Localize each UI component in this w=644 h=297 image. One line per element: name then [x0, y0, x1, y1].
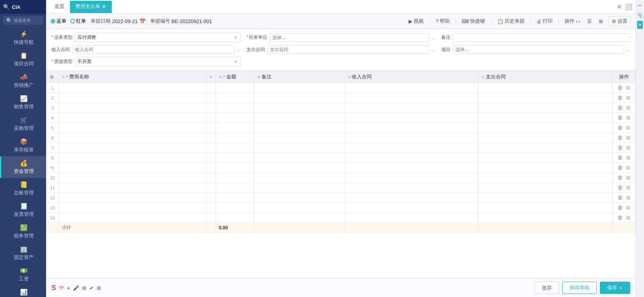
video-btn[interactable]: ▶ 视频: [407, 17, 425, 25]
cell-note[interactable]: [254, 213, 344, 223]
cell-expense-contract[interactable]: [478, 153, 613, 163]
expense-sort-icon[interactable]: ⇅: [482, 75, 485, 79]
sidebar-item-sales[interactable]: 📈 销售管理: [0, 92, 46, 113]
biz-type-select[interactable]: 应付调整 ▼: [75, 33, 240, 42]
right-teal-icon[interactable]: ≡: [637, 21, 643, 29]
row-delete-btn[interactable]: 🗑: [616, 144, 624, 151]
save-button[interactable]: 保存 ∨: [600, 282, 630, 294]
row-delete-btn[interactable]: 🗑: [616, 194, 624, 201]
cell-expense-contract[interactable]: [478, 183, 613, 193]
cell-income-contract[interactable]: [344, 183, 478, 193]
sidebar-item-inventory[interactable]: 📦 库存核算: [0, 135, 46, 156]
right-clip-icon[interactable]: 📎: [636, 11, 644, 19]
row-copy-btn[interactable]: ⧉: [625, 154, 631, 161]
cell-amount[interactable]: [215, 93, 254, 103]
grid2-icon[interactable]: ⊞: [97, 285, 101, 291]
cell-amount[interactable]: [215, 113, 254, 123]
cell-income-contract[interactable]: [344, 163, 478, 173]
row-delete-btn[interactable]: 🗑: [616, 114, 624, 121]
sidebar-item-marketing[interactable]: 📣 营销推广: [0, 70, 46, 92]
cell-income-contract[interactable]: [344, 173, 478, 183]
tab-expense-close[interactable]: ✕: [102, 4, 106, 9]
sidebar-search[interactable]: 🔍 搜索菜单: [3, 16, 43, 25]
cell-note[interactable]: [254, 103, 344, 113]
check-icon[interactable]: ✔: [89, 285, 94, 291]
help-btn[interactable]: ? 帮助: [434, 17, 451, 25]
row-delete-btn[interactable]: 🗑: [616, 154, 624, 161]
row-delete-btn[interactable]: 🗑: [616, 105, 624, 111]
sidebar-item-quick-nav[interactable]: ⚡ 快捷导航: [0, 27, 46, 49]
project-ellipsis[interactable]: ...: [626, 47, 630, 52]
sidebar-item-procurement[interactable]: 🛒 采购管理: [0, 113, 46, 135]
row-delete-btn[interactable]: 🗑: [616, 204, 624, 211]
sidebar-item-payroll[interactable]: 💵 工资: [0, 264, 46, 285]
cell-income-contract[interactable]: [344, 103, 478, 113]
row-copy-btn[interactable]: ⧉: [625, 194, 631, 201]
row-copy-btn[interactable]: ⧉: [625, 114, 631, 121]
cell-note[interactable]: [254, 143, 344, 153]
cell-amount[interactable]: [215, 173, 254, 183]
row-copy-btn[interactable]: ⧉: [625, 144, 631, 151]
partner-input[interactable]: [270, 33, 429, 42]
row-copy-btn[interactable]: ⧉: [625, 174, 631, 181]
cell-expense-contract[interactable]: [478, 123, 613, 133]
row-copy-btn[interactable]: ⧉: [625, 124, 631, 131]
cell-income-contract[interactable]: [344, 143, 478, 153]
actions-btn[interactable]: 操作 ‹ ›: [563, 17, 582, 25]
row-delete-btn[interactable]: 🗑: [616, 95, 624, 101]
cell-note[interactable]: [254, 83, 344, 93]
row-delete-btn[interactable]: 🗑: [616, 164, 624, 171]
cell-income-contract[interactable]: [344, 93, 478, 103]
cell-amount[interactable]: [215, 183, 254, 193]
project-input[interactable]: [453, 45, 624, 54]
s-icon[interactable]: S: [51, 284, 56, 292]
row-delete-btn[interactable]: 🗑: [616, 124, 624, 131]
row-copy-btn[interactable]: ⧉: [625, 214, 631, 221]
cell-note[interactable]: [254, 133, 344, 143]
sort-arrows-icon[interactable]: ⇅: [209, 75, 212, 79]
save-draft-button[interactable]: 保存草稿: [562, 282, 597, 294]
cell-note[interactable]: [254, 153, 344, 163]
close-icon[interactable]: ✕: [617, 3, 622, 10]
tab-home[interactable]: 首页: [49, 1, 70, 13]
cell-note[interactable]: [254, 93, 344, 103]
cell-amount[interactable]: [215, 123, 254, 133]
cell-income-contract[interactable]: [344, 213, 478, 223]
cell-note[interactable]: [254, 123, 344, 133]
cell-expense-name[interactable]: [59, 183, 206, 193]
cell-income-contract[interactable]: [344, 133, 478, 143]
cell-expense-name[interactable]: [59, 83, 206, 93]
row-delete-btn[interactable]: 🗑: [616, 184, 624, 191]
cell-expense-contract[interactable]: [478, 103, 613, 113]
cell-expense-name[interactable]: [59, 123, 206, 133]
col-config-icon[interactable]: ⚙: [50, 74, 54, 80]
row-copy-btn[interactable]: ⧉: [625, 85, 631, 91]
cell-income-contract[interactable]: [344, 83, 478, 93]
table-icon[interactable]: ⊞: [82, 285, 86, 291]
view-toggle-grid[interactable]: ⊞: [597, 18, 604, 25]
view-toggle-list[interactable]: ☰: [586, 18, 593, 25]
cell-note[interactable]: [254, 113, 344, 123]
mic-icon[interactable]: 🎤: [73, 285, 79, 291]
cell-expense-name[interactable]: [59, 203, 206, 213]
cell-expense-name[interactable]: [59, 143, 206, 153]
print-btn[interactable]: 🖨 打印: [535, 17, 554, 25]
income-contract-input[interactable]: [72, 45, 234, 54]
income-contract-ellipsis[interactable]: ...: [237, 47, 240, 52]
cell-expense-name[interactable]: [59, 133, 206, 143]
shortcuts-btn[interactable]: ⌨ 快捷键: [460, 17, 487, 25]
settings-btn[interactable]: ⚙ 设置: [608, 16, 631, 26]
cell-expense-contract[interactable]: [478, 193, 613, 203]
cell-expense-name[interactable]: [59, 193, 206, 203]
cell-expense-name[interactable]: [59, 113, 206, 123]
blue-radio[interactable]: 蓝单: [51, 18, 66, 25]
row-copy-btn[interactable]: ⧉: [625, 95, 631, 101]
cell-expense-contract[interactable]: [478, 143, 613, 153]
cell-expense-contract[interactable]: [478, 173, 613, 183]
cell-amount[interactable]: [215, 103, 254, 113]
cell-expense-name[interactable]: [59, 213, 206, 223]
cell-expense-contract[interactable]: [478, 83, 613, 93]
cell-amount[interactable]: [215, 143, 254, 153]
row-copy-btn[interactable]: ⧉: [625, 134, 631, 141]
amount-sort-icon[interactable]: ⇅: [219, 75, 222, 79]
